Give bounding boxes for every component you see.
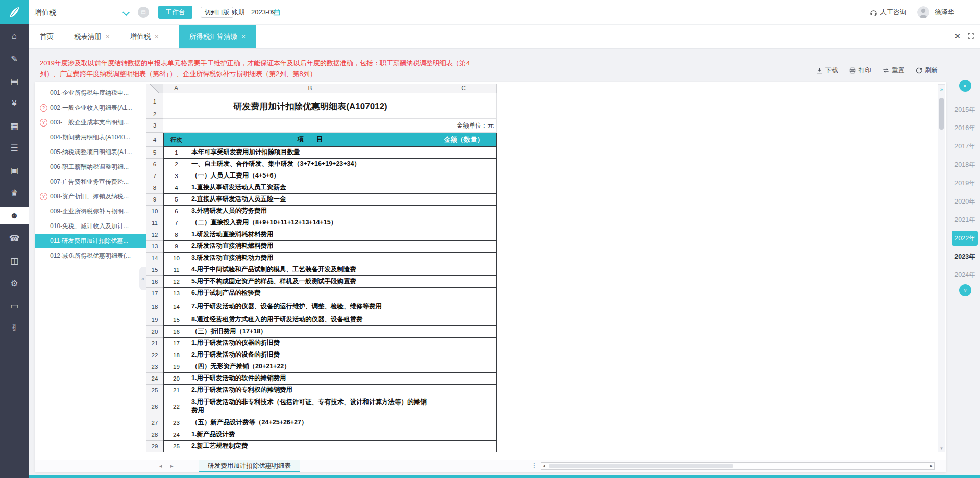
row-number[interactable]: 16	[146, 276, 163, 288]
item-cell[interactable]: 8.通过经营租赁方式租入的用于研发活动的仪器、设备租赁费	[189, 314, 431, 326]
scroll-down-arrow[interactable]: ▼	[938, 446, 945, 451]
report-list-item[interactable]: ?008-资产折旧、摊销及纳税...	[35, 189, 146, 204]
line-no-cell[interactable]: 21	[163, 385, 189, 396]
row-number[interactable]: 28	[146, 429, 163, 441]
line-no-cell[interactable]: 11	[163, 264, 189, 276]
row-number[interactable]: 27	[146, 417, 163, 429]
amount-cell[interactable]	[431, 182, 497, 194]
line-no-cell[interactable]: 17	[163, 338, 189, 349]
cell[interactable]	[163, 119, 189, 133]
item-cell[interactable]: 2.用于研发活动的设备的折旧费	[189, 349, 431, 361]
line-no-cell[interactable]: 8	[163, 229, 189, 241]
app-logo[interactable]	[0, 0, 29, 24]
sheet-tab[interactable]: 研发费用加计扣除优惠明细表	[199, 460, 300, 472]
amount-cell[interactable]	[431, 264, 497, 276]
amount-cell[interactable]	[431, 147, 497, 159]
item-cell[interactable]: 2.研发活动直接消耗燃料费用	[189, 241, 431, 253]
year-scroll-down-button[interactable]: «	[959, 284, 971, 296]
line-no-cell[interactable]: 24	[163, 429, 189, 441]
row-number[interactable]: 26	[146, 396, 163, 417]
horizontal-scrollbar[interactable]: ◂ ▸	[541, 462, 935, 470]
row-number[interactable]: 29	[146, 441, 163, 452]
amount-cell[interactable]	[431, 276, 497, 288]
amount-cell[interactable]	[431, 338, 497, 349]
amount-cell[interactable]	[431, 206, 497, 217]
cell[interactable]	[163, 110, 189, 119]
line-no-cell[interactable]: 10	[163, 253, 189, 264]
row-number[interactable]: 24	[146, 373, 163, 385]
item-cell[interactable]: 3.外聘研发人员的劳务费用	[189, 206, 431, 217]
row-number[interactable]: 14	[146, 253, 163, 264]
line-no-cell[interactable]: 3	[163, 170, 189, 182]
amount-cell[interactable]	[431, 396, 497, 417]
item-cell[interactable]: 5.用于不构成固定资产的样品、样机及一般测试手段购置费	[189, 276, 431, 288]
reset-button[interactable]: 重置	[883, 66, 904, 75]
row-number[interactable]: 4	[146, 133, 163, 147]
line-no-cell[interactable]: 9	[163, 241, 189, 253]
amount-cell[interactable]	[431, 361, 497, 373]
row-number[interactable]: 7	[146, 170, 163, 182]
close-icon[interactable]: ✕	[954, 32, 961, 41]
item-cell[interactable]: 6.用于试制产品的检验费	[189, 288, 431, 299]
report-list-item[interactable]: 009-企业所得税弥补亏损明...	[35, 204, 146, 219]
amount-cell[interactable]	[431, 159, 497, 170]
row-number[interactable]: 22	[146, 349, 163, 361]
amount-cell[interactable]	[431, 417, 497, 429]
line-no-cell[interactable]: 15	[163, 314, 189, 326]
amount-cell[interactable]	[431, 299, 497, 314]
cell[interactable]	[431, 93, 497, 110]
amount-cell[interactable]	[431, 217, 497, 229]
line-no-cell[interactable]: 20	[163, 373, 189, 385]
line-no-cell[interactable]: 14	[163, 299, 189, 314]
amount-cell[interactable]	[431, 194, 497, 206]
report-list-item[interactable]: 005-纳税调整项目明细表(A1...	[35, 145, 146, 160]
report-list-item[interactable]: ?003-一般企业成本支出明细...	[35, 115, 146, 130]
year-item[interactable]: 2022年	[952, 231, 978, 246]
nav-item-settings[interactable]: ⚙	[0, 274, 29, 292]
support-link[interactable]: 人工咨询	[870, 8, 906, 17]
tab-income-tax-settlement[interactable]: 所得税汇算清缴 ×	[179, 24, 256, 48]
next-sheet-arrow[interactable]: ▸	[170, 463, 174, 469]
year-item[interactable]: 2020年	[950, 192, 980, 211]
column-header-a[interactable]: A	[163, 84, 189, 93]
year-item[interactable]: 2018年	[950, 156, 980, 174]
report-list-item[interactable]: 001-企业所得税年度纳税申...	[35, 86, 146, 100]
row-number[interactable]: 17	[146, 288, 163, 299]
row-number[interactable]: 25	[146, 385, 163, 396]
line-no-cell[interactable]: 12	[163, 276, 189, 288]
cell[interactable]	[163, 93, 189, 110]
row-number[interactable]: 18	[146, 299, 163, 314]
item-cell[interactable]: 3.研发活动直接消耗动力费用	[189, 253, 431, 264]
user-name[interactable]: 徐泽华	[935, 8, 954, 17]
tab-home[interactable]: 首页	[40, 24, 54, 48]
line-no-cell[interactable]: 25	[163, 441, 189, 452]
nav-item-assets[interactable]: ▣	[0, 162, 29, 179]
row-number[interactable]: 9	[146, 194, 163, 206]
nav-item-salary[interactable]: ♛	[0, 184, 29, 202]
report-list-item[interactable]: 006-职工薪酬纳税调整明细...	[35, 160, 146, 174]
calendar-icon[interactable]	[273, 9, 280, 16]
switch-version-button[interactable]: 切到日版	[201, 7, 233, 18]
amount-cell[interactable]	[431, 288, 497, 299]
amount-cell[interactable]	[431, 241, 497, 253]
nav-item-invoice[interactable]: ▦	[0, 117, 29, 135]
item-cell[interactable]: 一、自主研发、合作研发、集中研发（3+7+16+19+23+34）	[189, 159, 431, 170]
nav-item-bookkeeping[interactable]: ✎	[0, 50, 29, 67]
row-number[interactable]: 10	[146, 206, 163, 217]
line-no-cell[interactable]: 6	[163, 206, 189, 217]
nav-item-mascot[interactable]: ☻	[0, 207, 29, 224]
row-number[interactable]: 6	[146, 159, 163, 170]
year-item[interactable]: 2023年	[950, 247, 980, 266]
row-number[interactable]: 13	[146, 241, 163, 253]
amount-cell[interactable]	[431, 385, 497, 396]
line-no-cell[interactable]: 4	[163, 182, 189, 194]
nav-item-archive[interactable]: ◫	[0, 252, 29, 269]
line-no-cell[interactable]: 5	[163, 194, 189, 206]
select-all-corner[interactable]	[146, 84, 163, 93]
collapse-panel-handle[interactable]: «	[139, 267, 146, 290]
column-header-b[interactable]: B	[189, 84, 431, 93]
tab-tax-register[interactable]: 税表清册 ×	[74, 24, 110, 48]
nav-item-reports[interactable]: ▤	[0, 72, 29, 90]
report-list-item[interactable]: 011-研发费用加计扣除优惠...	[35, 234, 146, 248]
line-no-cell[interactable]: 23	[163, 417, 189, 429]
